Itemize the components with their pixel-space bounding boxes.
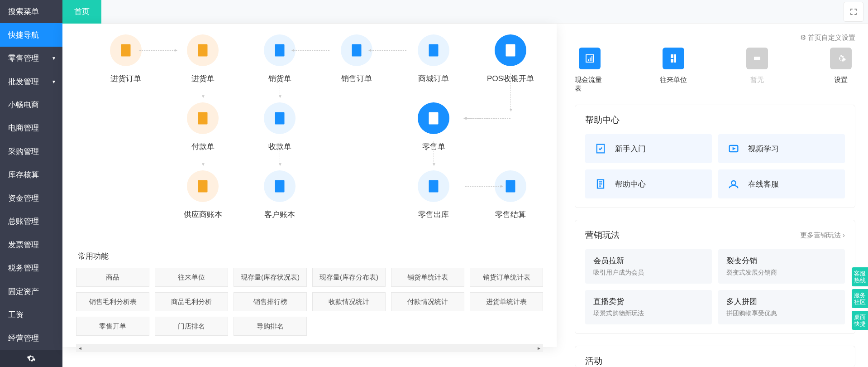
flow-icon — [418, 34, 449, 66]
tile-icon — [746, 48, 768, 69]
common-function-button[interactable]: 导购排名 — [234, 317, 307, 336]
sidebar-item[interactable]: 批发管理▼ — [0, 70, 62, 93]
help-item[interactable]: 视频学习 — [718, 134, 845, 163]
sidebar-item[interactable]: 搜索菜单 — [0, 0, 62, 23]
flow-icon — [110, 34, 142, 66]
activity-card: 活动 — [575, 346, 855, 367]
common-function-button[interactable]: 现存量(库存分布表) — [312, 268, 386, 287]
flow-arrow — [465, 186, 501, 187]
common-functions-title: 常用功能 — [78, 251, 543, 261]
dashboard-tile[interactable]: 设置 — [826, 48, 855, 93]
quick-nav-panel: 进货订单进货单销货单销售订单商城订单POS收银开单付款单收款单零售单供应商账本客… — [62, 24, 557, 347]
flow-arrow — [203, 141, 204, 164]
flow-arrow — [293, 50, 329, 51]
sidebar-item[interactable]: 经营管理 — [0, 326, 62, 349]
dashboard-tile[interactable]: 现金流量表 — [575, 48, 604, 93]
marketing-item[interactable]: 直播卖货场景式购物新玩法 — [585, 290, 712, 324]
sidebar-item[interactable]: 采购管理 — [0, 140, 62, 163]
h-scrollbar[interactable]: ◄ ► — [76, 344, 543, 352]
help-grid: 新手入门视频学习帮助中心在线客服 — [585, 134, 845, 198]
flow-node-scdd[interactable]: 商城订单 — [397, 34, 470, 84]
sidebar: 搜索菜单快捷导航零售管理▼批发管理▼小畅电商电商管理采购管理库存核算资金管理总账… — [0, 0, 62, 367]
flow-arrow — [203, 73, 204, 96]
help-icon — [593, 141, 608, 156]
common-function-button[interactable]: 往来单位 — [155, 268, 228, 287]
flow-icon — [418, 102, 449, 134]
help-icon — [726, 177, 741, 191]
dashboard-tile[interactable]: 暂无 — [742, 48, 772, 93]
flow-arrow — [280, 73, 281, 96]
marketing-item[interactable]: 会员拉新吸引用户成为会员 — [585, 249, 712, 284]
dashboard-tiles: 现金流量表往来单位暂无设置 — [575, 48, 855, 93]
flow-node-lsck[interactable]: 零售出库 — [397, 170, 470, 220]
custom-dashboard-link[interactable]: ⚙首页自定义设置 — [575, 34, 855, 42]
common-function-button[interactable]: 销货单统计表 — [391, 268, 464, 287]
flow-arrow — [510, 73, 511, 110]
help-card-title: 帮助中心 — [585, 114, 620, 126]
scroll-right-icon[interactable]: ► — [535, 344, 543, 352]
marketing-more-link[interactable]: 更多营销玩法 › — [800, 231, 845, 240]
side-pill[interactable]: 客服热线 — [852, 267, 868, 286]
fullscreen-button[interactable] — [844, 2, 863, 22]
flow-icon — [187, 170, 219, 202]
marketing-item[interactable]: 多人拼团拼团购物享受优惠 — [718, 290, 845, 324]
marketing-grid: 会员拉新吸引用户成为会员裂变分销裂变式发展分销商直播卖货场景式购物新玩法多人拼团… — [585, 249, 845, 324]
flow-node-khzb[interactable]: 客户账本 — [243, 170, 316, 220]
scroll-left-icon[interactable]: ◄ — [76, 344, 84, 352]
help-item[interactable]: 在线客服 — [718, 169, 845, 198]
sidebar-item[interactable]: 零售管理▼ — [0, 47, 62, 70]
help-item[interactable]: 新手入门 — [585, 134, 712, 163]
marketing-item[interactable]: 裂变分销裂变式发展分销商 — [718, 249, 845, 284]
sidebar-item[interactable]: 小畅电商 — [0, 93, 62, 116]
flow-node-xsdd[interactable]: 销售订单 — [320, 34, 393, 84]
flow-arrow — [370, 50, 406, 51]
svg-rect-0 — [754, 57, 760, 60]
sidebar-item[interactable]: 资金管理 — [0, 187, 62, 210]
flow-arrow — [466, 118, 510, 119]
common-function-button[interactable]: 门店排名 — [155, 317, 228, 336]
common-function-button[interactable]: 现存量(库存状况表) — [234, 268, 307, 287]
common-function-button[interactable]: 付款情况统计 — [391, 292, 464, 311]
sidebar-item[interactable]: 发票管理 — [0, 233, 62, 256]
common-function-button[interactable]: 销货订单统计表 — [470, 268, 543, 287]
topbar: 首页 — [62, 0, 868, 24]
sidebar-item[interactable]: 快捷导航 — [0, 23, 62, 46]
common-function-button[interactable]: 进货单统计表 — [470, 292, 543, 311]
help-icon — [726, 141, 741, 156]
common-function-button[interactable]: 收款情况统计 — [312, 292, 386, 311]
flow-arrow — [280, 141, 281, 164]
flow-arrow — [434, 141, 434, 164]
common-function-button[interactable]: 零售开单 — [76, 317, 149, 336]
common-function-button[interactable]: 销售排行榜 — [234, 292, 307, 311]
tab-home[interactable]: 首页 — [62, 0, 101, 24]
tile-icon — [830, 48, 852, 69]
sidebar-item[interactable]: 固定资产 — [0, 280, 62, 303]
flow-node-jhdd[interactable]: 进货订单 — [90, 34, 162, 84]
dashboard-tile[interactable]: 往来单位 — [658, 48, 688, 93]
common-function-button[interactable]: 商品 — [76, 268, 149, 287]
sidebar-item[interactable]: 总账管理 — [0, 210, 62, 233]
help-card: 帮助中心 新手入门视频学习帮助中心在线客服 — [575, 105, 855, 208]
sidebar-item[interactable]: 税务管理 — [0, 256, 62, 280]
side-pill[interactable]: 服务社区 — [852, 289, 868, 308]
flow-node-lsjs[interactable]: 零售结算 — [474, 170, 547, 220]
flow-icon — [187, 102, 219, 134]
common-function-button[interactable]: 商品毛利分析 — [155, 292, 228, 311]
sidebar-item[interactable]: 工资 — [0, 303, 62, 326]
settings-gear-icon[interactable] — [0, 350, 62, 367]
activity-card-title: 活动 — [585, 355, 602, 367]
flow-icon — [264, 102, 296, 134]
help-item[interactable]: 帮助中心 — [585, 169, 712, 198]
flow-node-gys[interactable]: 供应商账本 — [167, 170, 239, 220]
flow-icon — [495, 34, 526, 66]
common-function-button[interactable]: 销售毛利分析表 — [76, 292, 149, 311]
side-pill[interactable]: 桌面快捷 — [852, 311, 868, 330]
flow-icon — [418, 170, 449, 202]
flow-arrow — [139, 50, 176, 51]
common-functions-grid: 商品往来单位现存量(库存状况表)现存量(库存分布表)销货单统计表销货订单统计表销… — [76, 268, 543, 336]
marketing-card-title: 营销玩法 — [585, 229, 620, 241]
flow-diagram: 进货订单进货单销货单销售订单商城订单POS收银开单付款单收款单零售单供应商账本客… — [76, 34, 543, 243]
sidebar-item[interactable]: 电商管理 — [0, 116, 62, 140]
sidebar-item[interactable]: 库存核算 — [0, 163, 62, 186]
right-column: ⚙首页自定义设置 现金流量表往来单位暂无设置 帮助中心 新手入门视频学习帮助中心… — [575, 34, 855, 367]
